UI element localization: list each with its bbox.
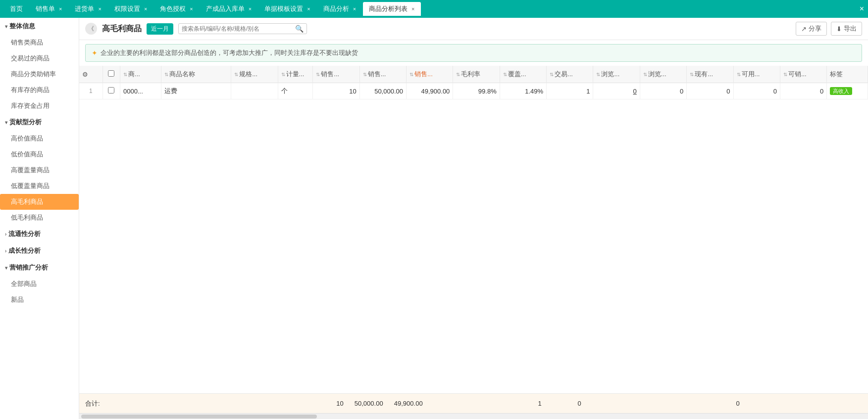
- sidebar-section-overall[interactable]: ▾ 整体信息: [0, 18, 79, 35]
- col-header-stock[interactable]: ⇅现有...: [687, 66, 733, 83]
- cell-code: 0000...: [120, 83, 161, 99]
- tab-home[interactable]: 首页: [4, 2, 29, 16]
- col-header-spec[interactable]: ⇅规格...: [231, 66, 278, 83]
- sidebar-item-sales-goods[interactable]: 销售类商品: [0, 35, 79, 50]
- cell-cover: 1.49%: [500, 83, 546, 99]
- sidebar-item-traded-goods[interactable]: 交易过的商品: [0, 50, 79, 66]
- sidebar-item-low-value[interactable]: 低价值商品: [0, 146, 79, 162]
- search-input[interactable]: [182, 25, 293, 32]
- cell-stock: 0: [687, 83, 733, 99]
- footer-sale-profit: 49,900.00: [387, 400, 427, 407]
- scroll-thumb[interactable]: [81, 415, 317, 419]
- sidebar-item-category-assist[interactable]: 商品分类助销率: [0, 66, 79, 82]
- sidebar-item-high-margin[interactable]: 高毛利商品: [0, 194, 79, 210]
- cell-tag: 高收入: [827, 83, 868, 99]
- cell-name: 运费: [161, 83, 231, 99]
- sidebar-item-stock-capital[interactable]: 库存资金占用: [0, 98, 79, 114]
- col-header-browse2[interactable]: ⇅浏览...: [640, 66, 686, 83]
- sidebar-item-new-goods[interactable]: 新品: [0, 292, 79, 308]
- goods-table: ⚙ ⇅商... ⇅商品名称 ⇅规格...: [79, 66, 868, 99]
- tab-purchase[interactable]: 进货单 ×: [69, 2, 107, 16]
- content-area: 《 高毛利商品 近一月 🔍 ↗ 分享 ⬇ 导出 ✦ 企业的主要的利润都是这部: [79, 18, 868, 419]
- info-text: 企业的主要的利润都是这部分商品创造的，可考虑加大推广，同时关注库存是不要出现缺货: [101, 48, 358, 57]
- tab-product-in[interactable]: 产成品入库单 ×: [200, 2, 257, 16]
- arrow-overall: ▾: [5, 24, 7, 29]
- col-header-sellable[interactable]: ⇅可销...: [780, 66, 826, 83]
- sidebar-item-all-goods[interactable]: 全部商品: [0, 276, 79, 292]
- close-tab-permission[interactable]: ×: [144, 6, 147, 12]
- export-button[interactable]: ⬇ 导出: [831, 22, 862, 36]
- top-nav: 首页 销售单 × 进货单 × 权限设置 × 角色授权 × 产成品入库单 × 单据…: [0, 0, 868, 18]
- col-header-sale-amt[interactable]: ⇅销售...: [359, 66, 406, 83]
- col-header-trade[interactable]: ⇅交易...: [547, 66, 593, 83]
- sidebar-item-low-margin[interactable]: 低毛利商品: [0, 210, 79, 226]
- cell-gross-rate: 99.8%: [453, 83, 500, 99]
- col-header-checkbox[interactable]: [102, 66, 120, 83]
- cell-sellable: 0: [780, 83, 826, 99]
- close-tab-template[interactable]: ×: [307, 6, 310, 12]
- cell-trade: 1: [547, 83, 593, 99]
- footer-trade: 1: [506, 400, 546, 407]
- horizontal-scrollbar[interactable]: [79, 413, 868, 419]
- sidebar-section-growth[interactable]: › 成长性分析: [0, 242, 79, 259]
- col-header-name[interactable]: ⇅商品名称: [161, 66, 231, 83]
- sidebar-section-liquidity[interactable]: › 流通性分析: [0, 226, 79, 242]
- footer-browse1: 0: [546, 400, 585, 407]
- tab-goods-analysis-list[interactable]: 商品分析列表 ×: [363, 2, 420, 16]
- sidebar: ▾ 整体信息 销售类商品 交易过的商品 商品分类助销率 有库存的商品 库存资金占…: [0, 18, 79, 419]
- tab-sales-order[interactable]: 销售单 ×: [30, 2, 68, 16]
- row-checkbox[interactable]: [108, 87, 114, 93]
- sidebar-item-low-coverage[interactable]: 低覆盖量商品: [0, 178, 79, 194]
- tab-template[interactable]: 单据模板设置 ×: [258, 2, 316, 16]
- share-button[interactable]: ↗ 分享: [796, 22, 827, 36]
- cell-sale-profit: 49,900.00: [407, 83, 453, 99]
- sidebar-item-in-stock[interactable]: 有库存的商品: [0, 82, 79, 98]
- sidebar-section-contribution[interactable]: ▾ 贡献型分析: [0, 114, 79, 131]
- col-header-browse1[interactable]: ⇅浏览...: [593, 66, 640, 83]
- cell-browse1[interactable]: 0: [593, 83, 640, 99]
- cell-sale-qty: 10: [313, 83, 359, 99]
- footer-sale-qty: 10: [308, 400, 348, 407]
- content-header: 《 高毛利商品 近一月 🔍 ↗ 分享 ⬇ 导出: [79, 18, 868, 40]
- sidebar-item-high-coverage[interactable]: 高覆盖量商品: [0, 162, 79, 178]
- arrow-contribution: ▾: [5, 120, 7, 125]
- close-tab-goods-analysis-list[interactable]: ×: [411, 6, 414, 12]
- info-banner: ✦ 企业的主要的利润都是这部分商品创造的，可考虑加大推广，同时关注库存是不要出现…: [85, 44, 862, 62]
- page-title: 高毛利商品: [102, 24, 142, 34]
- tab-goods-analysis[interactable]: 商品分析 ×: [317, 2, 362, 16]
- arrow-growth: ›: [5, 248, 6, 254]
- col-header-code[interactable]: ⇅商...: [120, 66, 161, 83]
- close-tab-sales[interactable]: ×: [59, 6, 62, 12]
- select-all-checkbox[interactable]: [108, 70, 114, 77]
- col-header-sale-qty[interactable]: ⇅销售...: [313, 66, 359, 83]
- arrow-marketing: ▾: [5, 265, 7, 271]
- tab-role[interactable]: 角色授权 ×: [154, 2, 199, 16]
- col-header-unit[interactable]: ⇅计量...: [278, 66, 313, 83]
- collapse-sidebar-btn[interactable]: 《: [85, 23, 97, 35]
- share-icon: ↗: [801, 25, 807, 33]
- col-header-settings[interactable]: ⚙: [79, 66, 102, 83]
- sidebar-section-marketing[interactable]: ▾ 营销推广分析: [0, 259, 79, 276]
- col-header-available[interactable]: ⇅可用...: [733, 66, 780, 83]
- footer-total: 合计: 10 50,000.00 49,900.00 1 0 0: [79, 393, 868, 413]
- col-header-sale-profit[interactable]: ⇅销售...: [407, 66, 453, 83]
- footer-sellable: 0: [704, 400, 744, 407]
- sidebar-item-high-value[interactable]: 高价值商品: [0, 131, 79, 146]
- main-layout: ▾ 整体信息 销售类商品 交易过的商品 商品分类助销率 有库存的商品 库存资金占…: [0, 18, 868, 419]
- close-tab-product-in[interactable]: ×: [249, 6, 252, 12]
- search-icon[interactable]: 🔍: [295, 25, 304, 33]
- col-header-tag[interactable]: 标签: [827, 66, 868, 83]
- footer-label: 合计:: [85, 399, 100, 408]
- tab-permission[interactable]: 权限设置 ×: [108, 2, 153, 16]
- date-filter-recent-month[interactable]: 近一月: [147, 23, 173, 35]
- search-box: 🔍: [178, 23, 307, 34]
- cell-sale-amt: 50,000.00: [359, 83, 406, 99]
- close-tab-goods-analysis[interactable]: ×: [353, 6, 356, 12]
- cell-check[interactable]: [102, 83, 120, 99]
- close-tab-purchase[interactable]: ×: [98, 6, 101, 12]
- col-header-gross-rate[interactable]: ⇅毛利率: [453, 66, 500, 83]
- close-all-tabs[interactable]: ×: [860, 4, 864, 13]
- col-header-cover[interactable]: ⇅覆盖...: [500, 66, 546, 83]
- close-tab-role[interactable]: ×: [190, 6, 193, 12]
- table-body: 1 0000... 运费 个 10 50,000.00 49,900.00 99…: [79, 83, 868, 99]
